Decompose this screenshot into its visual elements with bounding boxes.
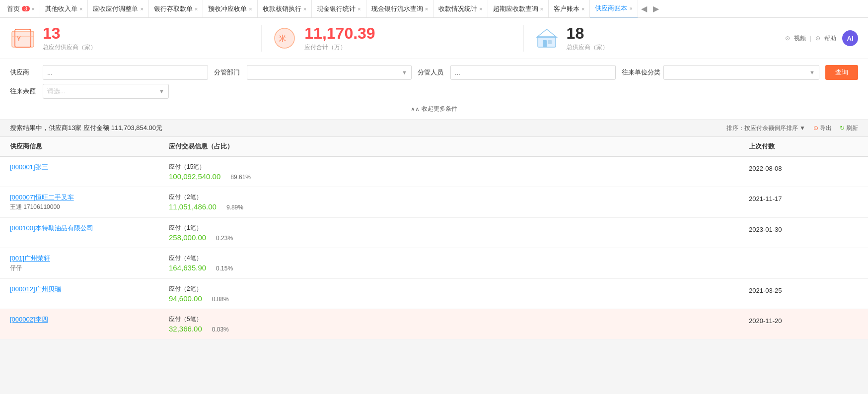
- nav-cash-stat-close[interactable]: ×: [358, 6, 361, 12]
- transaction-info-1: 应付（2笔） 11,051,486.00 9.89%: [169, 193, 749, 211]
- supplier-info-4: [000012]广州贝瑞: [10, 285, 169, 294]
- table-row: [000002]李四 应付（5笔） 32,366.00 0.03% 2020-1…: [0, 309, 868, 339]
- svg-text:米: 米: [279, 34, 287, 43]
- help-separator: |: [810, 35, 811, 42]
- supplier2-icon: 米: [272, 25, 297, 51]
- sort-label[interactable]: 排序：按应付余额倒序排序 ▼: [726, 124, 805, 132]
- help-link[interactable]: 帮助: [824, 34, 836, 43]
- supplier-link-4[interactable]: [000012]广州贝瑞: [10, 285, 169, 294]
- nav-bank[interactable]: 银行存取款单 ×: [149, 0, 203, 18]
- stat-amount-text: 11,170.39 应付合计（万）: [304, 25, 375, 52]
- nav-receipt-stat-label: 收款情况统计: [438, 4, 477, 13]
- nav-cash-flow[interactable]: 现金银行流水查询 ×: [366, 0, 434, 18]
- lastpay-1: 2021-11-17: [749, 193, 848, 202]
- ai-button[interactable]: Ai: [842, 30, 858, 46]
- transaction-info-0: 应付（15笔） 100,092,540.00 89.61%: [169, 163, 749, 181]
- person-input[interactable]: [450, 65, 616, 80]
- trans-pct-4: 0.08%: [212, 296, 229, 303]
- stat-total-text: 18 总供应商（家）: [567, 25, 608, 52]
- collapse-label: 收起更多条件: [422, 105, 457, 113]
- supplier-link-1[interactable]: [000007]恒旺二手叉车: [10, 193, 169, 202]
- trans-amount-5[interactable]: 32,366.00: [169, 325, 202, 333]
- svg-rect-8: [543, 40, 547, 47]
- dept-select[interactable]: ▼: [247, 65, 412, 80]
- nav-prepay[interactable]: 预收冲应收单 ×: [203, 0, 257, 18]
- lastpay-date-2: 2023-01-30: [749, 226, 848, 233]
- nav-overdue[interactable]: 超期应收款查询 ×: [488, 0, 549, 18]
- filter-category: 往来单位分类 ▼: [622, 65, 820, 80]
- filter-area: 供应商 分管部门 ▼ 分管人员 往来单位分类 ▼ 查询 往来余额 请选: [0, 59, 868, 120]
- nav-cash-stat[interactable]: 现金银行统计 ×: [312, 0, 366, 18]
- query-button[interactable]: 查询: [825, 65, 858, 80]
- table-row: [001]广州荣轩 仔仔 应付（4笔） 164,635.90 0.15%: [0, 248, 868, 279]
- nav-customer-ledger[interactable]: 客户账本 ×: [549, 0, 590, 18]
- supplier-link-2[interactable]: [000100]本特勒油品有限公司: [10, 224, 169, 233]
- stat-total-number: 18: [567, 25, 608, 42]
- result-actions: 排序：按应付余额倒序排序 ▼ ⊙ 导出 ↻ 刷新: [726, 124, 858, 132]
- lastpay-5: 2020-11-20: [749, 315, 848, 325]
- trans-amount-1[interactable]: 11,051,486.00: [169, 202, 217, 211]
- nav-bank-close[interactable]: ×: [195, 6, 198, 12]
- balance-select[interactable]: 请选... ▼: [43, 84, 169, 99]
- category-select[interactable]: ▼: [663, 65, 820, 80]
- nav-prev[interactable]: ◀: [638, 4, 650, 13]
- trans-pct-2: 0.23%: [216, 235, 233, 242]
- svg-rect-9: [548, 40, 552, 44]
- nav-overdue-close[interactable]: ×: [540, 6, 543, 12]
- nav-adjust-close[interactable]: ×: [140, 6, 143, 12]
- nav-supplier-ledger[interactable]: 供应商账本 ×: [590, 0, 638, 18]
- nav-home[interactable]: 首页 3 ×: [2, 0, 40, 18]
- nav-prepay-close[interactable]: ×: [249, 6, 252, 12]
- trans-label-1: 应付（2笔）: [169, 193, 749, 201]
- nav-other-income-close[interactable]: ×: [79, 6, 82, 12]
- collapse-button[interactable]: ∧∧ 收起更多条件: [407, 103, 461, 115]
- nav-other-income[interactable]: 其他收入单 ×: [40, 0, 88, 18]
- video-link[interactable]: 视频: [794, 34, 806, 43]
- ai-button-area: Ai: [842, 30, 858, 46]
- data-table: 供应商信息 应付交易信息（占比） 上次付数 [000001]张三 应付（15笔）…: [0, 137, 868, 339]
- nav-collection[interactable]: 收款核销执行 ×: [258, 0, 312, 18]
- trans-amount-3[interactable]: 164,635.90: [169, 263, 206, 272]
- export-label: 导出: [820, 124, 832, 132]
- export-button[interactable]: ⊙ 导出: [813, 124, 832, 132]
- nav-cash-flow-label: 现金银行流水查询: [371, 4, 423, 13]
- transaction-info-4: 应付（2笔） 94,600.00 0.08%: [169, 285, 749, 303]
- lastpay-0: 2022-08-08: [749, 163, 848, 172]
- trans-label-4: 应付（2笔）: [169, 285, 749, 293]
- lastpay-4: 2021-03-25: [749, 285, 848, 294]
- balance-arrow: ▼: [159, 88, 164, 94]
- trans-pct-5: 0.03%: [212, 326, 229, 333]
- supplier-link-3[interactable]: [001]广州荣轩: [10, 254, 169, 263]
- supplier1-icon: ¥: [10, 25, 36, 51]
- category-label: 往来单位分类: [622, 68, 660, 77]
- nav-collection-close[interactable]: ×: [303, 6, 306, 12]
- supplier-input[interactable]: [43, 65, 208, 80]
- supplier-sub-3: 仔仔: [10, 264, 169, 272]
- category-select-arrow: ▼: [809, 69, 815, 75]
- balance-label: 往来余额: [10, 87, 40, 96]
- nav-supplier-ledger-close[interactable]: ×: [629, 5, 632, 11]
- nav-home-close[interactable]: ×: [32, 6, 35, 12]
- nav-prepay-label: 预收冲应收单: [208, 4, 247, 13]
- nav-adjust[interactable]: 应收应付调整单 ×: [88, 0, 148, 18]
- supplier-info-5: [000002]李四: [10, 315, 169, 324]
- trans-pct-1: 9.89%: [226, 204, 243, 211]
- trans-amount-4[interactable]: 94,600.00: [169, 294, 202, 303]
- supplier-link-0[interactable]: [000001]张三: [10, 163, 169, 172]
- nav-cash-flow-close[interactable]: ×: [425, 6, 428, 12]
- trans-amount-0[interactable]: 100,092,540.00: [169, 172, 220, 181]
- supplier-link-5[interactable]: [000002]李四: [10, 315, 169, 324]
- nav-other-income-label: 其他收入单: [45, 4, 77, 13]
- trans-amount-2[interactable]: 258,000.00: [169, 233, 206, 242]
- nav-supplier-ledger-label: 供应商账本: [595, 4, 627, 13]
- trans-label-2: 应付（1笔）: [169, 224, 749, 232]
- video-icon: ⊙: [785, 35, 790, 42]
- nav-customer-ledger-close[interactable]: ×: [581, 6, 584, 12]
- nav-next[interactable]: ▶: [650, 4, 662, 13]
- header-transaction: 应付交易信息（占比）: [169, 142, 749, 151]
- filter-supplier: 供应商: [10, 65, 208, 80]
- nav-receipt-stat-close[interactable]: ×: [479, 6, 482, 12]
- refresh-button[interactable]: ↻ 刷新: [840, 124, 858, 132]
- collapse-up-icon: ∧∧: [411, 106, 420, 113]
- nav-receipt-stat[interactable]: 收款情况统计 ×: [434, 0, 488, 18]
